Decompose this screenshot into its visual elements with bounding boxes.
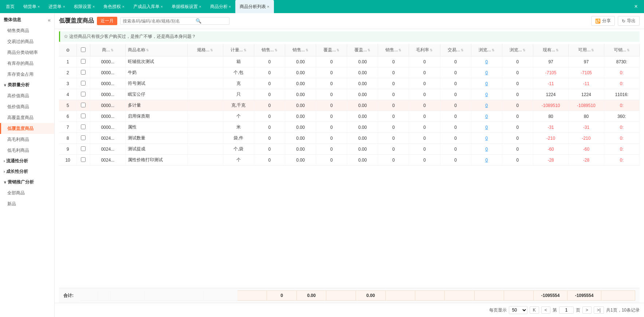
search-icon[interactable]: 🔍	[196, 18, 201, 24]
table-cell[interactable]	[77, 67, 90, 78]
table-cell: 0	[254, 78, 285, 89]
nav-close-product-warehouse[interactable]: ×	[161, 4, 163, 9]
th-browse2[interactable]: 浏览...⇅	[502, 44, 533, 56]
page-size-select[interactable]: 50 100	[509, 306, 527, 314]
nav-close-permissions[interactable]: ×	[93, 4, 95, 9]
table-footer: 合计: 0 0.00 0.00	[59, 288, 640, 303]
nav-product-warehouse[interactable]: 产成品入库单 ×	[129, 0, 167, 13]
sidebar-item-stock-goods[interactable]: 有库存的商品	[0, 58, 54, 69]
nav-template[interactable]: 单据模板设置 ×	[167, 0, 205, 13]
sidebar-item-low-gross[interactable]: 低毛利商品	[0, 145, 54, 156]
table-cell: 97	[533, 56, 568, 67]
sidebar-item-traded-goods[interactable]: 交易过的商品	[0, 36, 54, 47]
sidebar-group-circulation[interactable]: › 流通性分析	[0, 156, 54, 166]
nav-home[interactable]: 首页	[1, 0, 19, 13]
table-cell: 个	[223, 111, 254, 122]
table-cell[interactable]	[77, 89, 90, 100]
sidebar-group-cluster[interactable]: ∨ 类群量分析	[0, 80, 54, 90]
table-cell: 0	[471, 56, 502, 67]
nav-product-analysis-list[interactable]: 商品分析列表 ×	[235, 0, 274, 13]
th-check[interactable]	[77, 44, 90, 56]
summary-label: 合计:	[63, 293, 74, 299]
table-cell[interactable]	[77, 122, 90, 133]
table-cell	[188, 133, 223, 144]
nav-role[interactable]: 角色授权 ×	[99, 0, 129, 13]
total-label: 共1页，10条记录	[606, 307, 640, 313]
table-cell[interactable]	[77, 133, 90, 144]
th-name[interactable]: 商品名称⇅	[125, 44, 187, 56]
sidebar-item-high-value[interactable]: 高价值商品	[0, 90, 54, 101]
table-cell	[188, 122, 223, 133]
sidebar-item-low-value[interactable]: 低价值商品	[0, 101, 54, 112]
sidebar-item-category-rate[interactable]: 商品分类动销率	[0, 47, 54, 58]
share-btn[interactable]: 🔁 分享	[591, 16, 615, 26]
th-browse1[interactable]: 浏览...⇅	[471, 44, 502, 56]
nav-close-template[interactable]: ×	[199, 4, 201, 9]
prev-page-btn[interactable]: <	[541, 306, 550, 314]
th-cur[interactable]: 现有...⇅	[533, 44, 568, 56]
window-close-btn[interactable]: ×	[629, 0, 643, 13]
th-cover1[interactable]: 覆盖...⇅	[316, 44, 347, 56]
first-page-btn[interactable]: K	[530, 306, 539, 314]
table-cell: 箱	[223, 56, 254, 67]
sidebar-item-new-goods[interactable]: 新品	[0, 198, 54, 209]
nav-purchase[interactable]: 进货单 ×	[44, 0, 69, 13]
table-cell[interactable]	[77, 56, 90, 67]
table-cell: 0	[378, 144, 409, 155]
marketing-arrow-icon: ∨	[4, 180, 6, 184]
nav-sales[interactable]: 销货单 ×	[19, 0, 44, 13]
th-avail[interactable]: 可用...⇅	[569, 44, 604, 56]
sidebar-collapse-btn[interactable]: «	[48, 17, 51, 23]
table-cell[interactable]	[77, 100, 90, 111]
th-unit[interactable]: 计量...⇅	[223, 44, 254, 56]
nav-product-analysis[interactable]: 商品分析 ×	[206, 0, 235, 13]
sidebar-item-capital[interactable]: 库存资金占用	[0, 69, 54, 80]
page-title: 低覆盖度商品	[59, 17, 94, 25]
sidebar-item-sales-goods[interactable]: 销售类商品	[0, 25, 54, 36]
th-settings[interactable]: ⚙	[59, 44, 77, 56]
table-cell[interactable]	[77, 111, 90, 122]
th-sales-amt[interactable]: 销售...⇅	[285, 44, 316, 56]
filter-btn[interactable]: 近一月	[97, 17, 117, 25]
table-row: 100024...属性价格打印测试个00.0000.0000000-28-280…	[59, 155, 640, 166]
nav-close-purchase[interactable]: ×	[63, 4, 65, 9]
table-cell: 个,袋	[223, 144, 254, 155]
th-spec[interactable]: 规格...⇅	[188, 44, 223, 56]
table-cell: 0	[254, 100, 285, 111]
nav-permissions[interactable]: 权限设置 ×	[70, 0, 99, 13]
table-cell: 0.00	[285, 155, 316, 166]
sidebar-item-high-gross[interactable]: 高毛利商品	[0, 134, 54, 145]
sidebar-group-growth[interactable]: › 成长性分析	[0, 166, 54, 177]
top-nav: 首页 销货单 × 进货单 × 权限设置 × 角色授权 × 产成品入库单 × 单据…	[0, 0, 644, 13]
table-cell[interactable]	[77, 144, 90, 155]
table-cell[interactable]	[77, 155, 90, 166]
th-saleable[interactable]: 可销...⇅	[604, 44, 639, 56]
summary-unit	[237, 291, 267, 301]
th-code[interactable]: 商...⇅	[90, 44, 125, 56]
sidebar-item-all-goods[interactable]: 全部商品	[0, 187, 54, 198]
last-page-btn[interactable]: >|	[594, 306, 604, 314]
sidebar-item-low-coverage[interactable]: 低覆盖度商品	[0, 123, 54, 134]
main-layout: 整体信息 « 销售类商品 交易过的商品 商品分类动销率 有库存的商品 库存资金占…	[0, 13, 644, 317]
page-input[interactable]	[559, 306, 574, 314]
nav-close-product-analysis-list[interactable]: ×	[267, 4, 269, 9]
sidebar-item-high-coverage[interactable]: 高覆盖度商品	[0, 112, 54, 123]
check-all[interactable]	[81, 47, 86, 52]
th-gross[interactable]: 毛利率⇅	[409, 44, 440, 56]
nav-close-product-analysis[interactable]: ×	[229, 4, 231, 9]
table-cell: 0.00	[347, 56, 378, 67]
export-btn[interactable]: ↻ 导出	[618, 16, 640, 26]
th-sales-count[interactable]: 销售...⇅	[254, 44, 285, 56]
nav-close-role[interactable]: ×	[122, 4, 124, 9]
search-input[interactable]	[123, 19, 196, 24]
th-trade[interactable]: 交易...⇅	[440, 44, 471, 56]
table-row: 70000...属性米00.0000.0000000-31-310:	[59, 122, 640, 133]
nav-close-sales[interactable]: ×	[38, 4, 40, 9]
th-cover2[interactable]: 覆盖...⇅	[347, 44, 378, 56]
table-cell: 0	[254, 67, 285, 78]
next-page-btn[interactable]: >	[582, 306, 592, 314]
th-sales2[interactable]: 销售...⇅	[378, 44, 409, 56]
sidebar-group-marketing[interactable]: ∨ 营销推广分析	[0, 177, 54, 187]
table-cell[interactable]	[77, 78, 90, 89]
table-container[interactable]: ⚙ 商...⇅ 商品名称⇅ 规格...⇅ 计量...⇅ 销售...⇅ 销售...…	[59, 44, 640, 288]
